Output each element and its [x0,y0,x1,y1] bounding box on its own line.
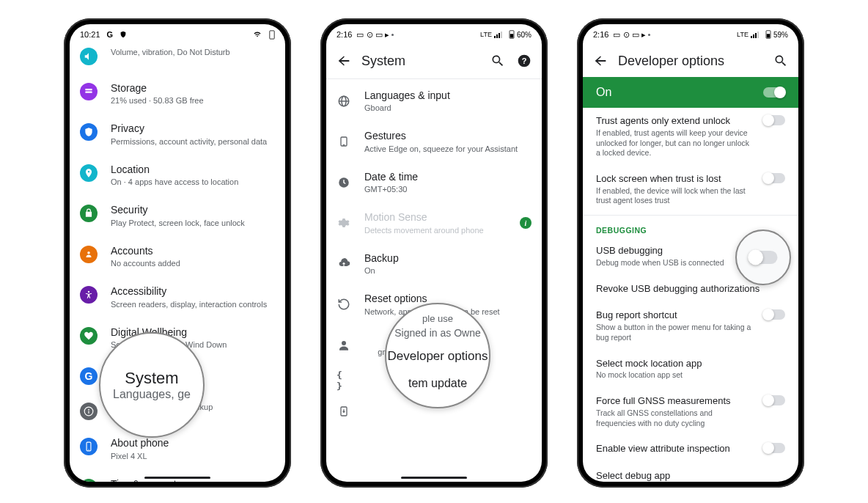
item-lock-screen-trust[interactable]: Lock screen when trust is lostIf enabled… [583,166,798,213]
developer-list[interactable]: Trust agents only extend unlockIf enable… [583,108,798,482]
page-title: Developer options [618,54,763,69]
item-storage[interactable]: Storage21% used · 50.83 GB free [70,73,285,114]
item-mock-location[interactable]: Select mock location appNo mock location… [583,350,798,389]
usb-switch-zoom[interactable] [749,251,778,264]
globe-icon [336,94,351,109]
update-icon [336,404,351,419]
svg-point-9 [88,449,89,450]
page-title: System [361,54,480,69]
phone-frame-1: 10:21 G Volume, vibration, Do Not Distur… [64,18,291,488]
magnify-developer: ple use Signed in as Owne Developer opti… [385,303,490,408]
gear-icon [336,216,351,230]
svg-rect-0 [270,30,274,38]
item-about[interactable]: About phonePixel 4 XL [70,428,285,469]
clock-icon [336,175,351,190]
item-privacy[interactable]: PrivacyPermissions, account activity, pe… [70,114,285,154]
system-sub-partial: ackup [191,402,275,412]
item-accounts[interactable]: AccountsNo accounts added [70,236,285,276]
home-indicator[interactable] [401,477,467,479]
item-accessibility[interactable]: AccessibilityScreen readers, display, in… [70,276,285,317]
mag-top-label: ple use [422,312,453,326]
privacy-icon [80,123,98,141]
svg-rect-1 [85,89,92,90]
svg-text:?: ? [522,56,527,65]
status-time: 10:21 [80,30,100,39]
item-security[interactable]: SecurityPlay Protect, screen lock, face … [70,195,285,235]
switch[interactable] [763,309,785,320]
svg-rect-7 [88,411,89,414]
location-icon [80,164,98,182]
info-icon [80,403,98,420]
reset-icon [336,297,351,312]
search-button[interactable] [772,52,790,70]
help-icon: ? [80,479,98,482]
item-date-time[interactable]: Date & timeGMT+05:30 [326,162,542,202]
item-gnss[interactable]: Force full GNSS measurementsTrack all GN… [583,388,798,436]
master-toggle-label: On [596,86,611,99]
sound-icon [80,48,98,65]
svg-rect-2 [85,91,92,92]
master-switch[interactable] [763,87,785,98]
lock-icon [80,205,98,222]
gesture-icon [336,134,351,149]
storage-icon [80,83,98,100]
phone-icon [80,438,98,455]
switch[interactable] [763,395,785,405]
status-bar: 2:16 ▭ ⊙ ▭ ▸ LTE 59% [583,24,798,45]
item-gestures[interactable]: GesturesActive Edge on, squeeze for your… [326,121,542,161]
item-trust-agents[interactable]: Trust agents only extend unlockIf enable… [583,108,798,166]
braces-icon: { } [336,373,351,388]
switch[interactable] [763,443,785,453]
switch[interactable] [763,115,785,125]
back-button[interactable] [335,52,353,70]
svg-rect-25 [767,34,770,37]
system-list[interactable]: Languages & inputGboard GesturesActive E… [326,81,542,482]
item-select-debug-app[interactable]: Select debug app [583,463,798,482]
item-sound[interactable]: Volume, vibration, Do Not Disturb [70,45,285,73]
phone-frame-3: 2:16 ▭ ⊙ ▭ ▸ LTE 59% Developer options O… [577,18,804,488]
item-languages[interactable]: Languages & inputGboard [326,81,542,121]
switch[interactable] [763,173,785,183]
accessibility-icon [80,286,98,304]
status-bar: 2:16 ▭ ⊙ ▭ ▸ LTE 60% [326,24,542,45]
item-location[interactable]: LocationOn · 4 apps have access to locat… [70,155,285,195]
heart-icon [80,327,98,345]
app-bar: System ? [326,45,542,77]
svg-point-3 [87,252,90,254]
back-button[interactable] [592,52,609,70]
item-backup[interactable]: BackupOn [326,243,542,284]
search-button[interactable] [489,52,507,70]
cloud-icon [336,257,351,271]
home-indicator[interactable] [144,477,210,479]
item-bug-report[interactable]: Bug report shortcutShow a button in the … [583,302,798,350]
status-bar: 10:21 G [70,24,285,45]
magnify-system: System Languages, ge [99,332,205,438]
accounts-icon [80,246,98,263]
google-icon: G [80,367,98,385]
phone-frame-2: 2:16 ▭ ⊙ ▭ ▸ LTE 60% System ? Languages … [320,18,548,488]
info-badge[interactable]: i [520,217,532,229]
svg-point-6 [88,409,89,411]
item-view-attribute[interactable]: Enable view attribute inspection [583,436,798,463]
svg-point-4 [88,291,89,293]
item-motion-sense[interactable]: Motion SenseDetects movement around phon… [326,202,542,243]
app-bar: Developer options [583,45,798,77]
magnify-usb-switch [735,230,791,285]
svg-point-22 [342,341,346,345]
svg-rect-13 [510,34,514,37]
help-button[interactable]: ? [515,52,533,70]
person-icon [336,338,351,353]
item-tips[interactable]: ?Tips & supportHelp articles, phone & ch… [70,469,285,482]
master-toggle-bar[interactable]: On [583,77,798,108]
